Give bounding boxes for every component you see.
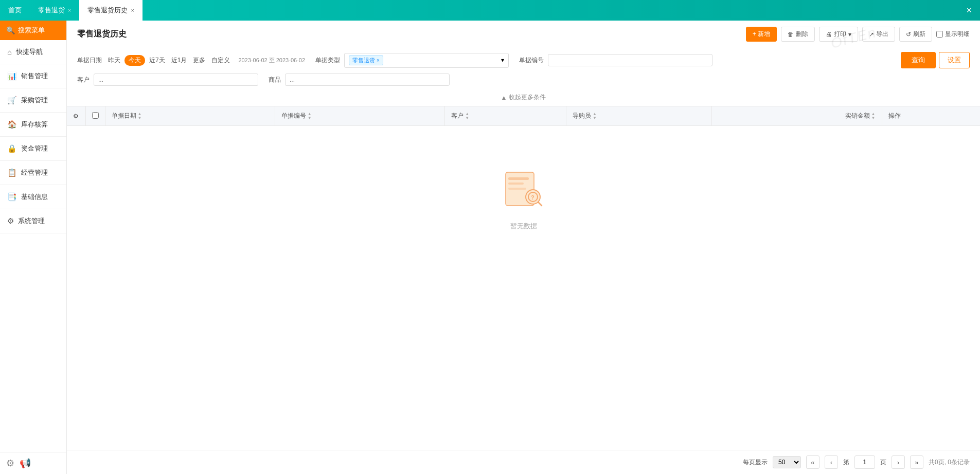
select-all-checkbox[interactable] [92, 112, 99, 119]
th-customer[interactable]: 客户 ▲▼ [445, 106, 566, 126]
query-button[interactable]: 查询 [901, 52, 936, 68]
table-container: ⚙ 单据日期 ▲▼ 单据编号 [67, 106, 980, 450]
date-opt-yesterday[interactable]: 昨天 [106, 55, 122, 66]
doc-type-select[interactable]: 零售退货 × ▾ [344, 53, 509, 68]
sidebar-item-quick-nav[interactable]: ⌂ 快捷导航 [0, 40, 66, 64]
doc-type-filter-group: 单据类型 零售退货 × ▾ [315, 53, 509, 68]
date-opt-more[interactable]: 更多 [191, 55, 207, 66]
doc-number-filter-group: 单据编号 [519, 54, 712, 66]
first-page-button[interactable]: « [806, 455, 819, 469]
svg-rect-2 [508, 183, 524, 185]
sidebar-item-sales-mgmt[interactable]: 📊 销售管理 [0, 64, 66, 88]
th-actual-amount[interactable]: 实销金额 ▲▼ [712, 106, 882, 126]
th-actions: 操作 [882, 106, 980, 126]
print-icon: 🖨 [826, 31, 832, 38]
sidebar-item-purchase-label: 采购管理 [21, 96, 48, 105]
sidebar-item-finance-label: 资金管理 [21, 144, 48, 153]
tab-retail-return-history-label: 零售退货历史 [87, 6, 128, 15]
tab-retail-return-history-close[interactable]: × [131, 7, 134, 13]
tab-home[interactable]: 首页 [0, 0, 30, 21]
doc-type-dropdown-icon: ▾ [501, 57, 504, 64]
next-page-button[interactable]: › [892, 455, 905, 469]
sort-arrows-actual-amount: ▲▼ [871, 112, 876, 120]
doc-type-tag-text: 零售退货 [352, 57, 375, 64]
date-filter-group: 单据日期 昨天 今天 近7天 近1月 更多 自定义 2023-06-02 至 2… [77, 55, 305, 66]
date-options: 昨天 今天 近7天 近1月 更多 自定义 [106, 55, 232, 66]
window-close-button[interactable]: × [958, 5, 980, 16]
settings-button[interactable]: 设置 [939, 52, 970, 68]
date-range-display: 2023-06-02 至 2023-06-02 [238, 57, 305, 64]
filter-row-1: 单据日期 昨天 今天 近7天 近1月 更多 自定义 2023-06-02 至 2… [77, 52, 970, 68]
th-guide-label: 导购员 [573, 112, 591, 120]
content-area: 零售退货历史 + 新增 🗑 删除 🖨 打印 ▾ ↗ 导出 [67, 21, 980, 474]
table-header: ⚙ 单据日期 ▲▼ 单据编号 [67, 106, 980, 126]
operations-icon: 📋 [7, 168, 17, 177]
sidebar-item-base-info[interactable]: 📑 基础信息 [0, 185, 66, 209]
refresh-icon: ↺ [906, 31, 911, 38]
prev-page-button[interactable]: ‹ [825, 455, 838, 469]
th-guide-sort: 导购员 ▲▼ [573, 112, 597, 120]
collapse-button[interactable]: ▲ 收起更多条件 [501, 93, 546, 102]
th-customer-label: 客户 [451, 112, 464, 120]
page-header: 零售退货历史 + 新增 🗑 删除 🖨 打印 ▾ ↗ 导出 [67, 21, 980, 106]
export-button[interactable]: ↗ 导出 [862, 27, 895, 42]
sidebar-item-sys-mgmt[interactable]: ⚙ 系统管理 [0, 209, 66, 233]
th-actual-amount-label: 实销金额 [845, 112, 870, 120]
doc-type-tag-close[interactable]: × [377, 58, 380, 63]
refresh-button[interactable]: ↺ 刷新 [899, 27, 932, 42]
total-records: 0条记录 [948, 459, 970, 466]
sidebar-item-sys-label: 系统管理 [18, 216, 45, 226]
new-button[interactable]: + 新增 [746, 27, 777, 42]
settings-gear-icon[interactable]: ⚙ [6, 458, 14, 469]
sidebar-search[interactable]: 🔍 搜索菜单 [0, 21, 66, 40]
sidebar-item-operations[interactable]: 📋 经营管理 [0, 161, 66, 185]
th-doc-date[interactable]: 单据日期 ▲▼ [105, 106, 275, 126]
export-icon: ↗ [869, 31, 874, 38]
sort-arrows-guide: ▲▼ [593, 112, 597, 120]
tab-retail-return-close[interactable]: × [68, 7, 71, 13]
th-settings[interactable]: ⚙ [67, 106, 85, 126]
sidebar-item-inventory[interactable]: 🏠 库存核算 [0, 113, 66, 137]
date-opt-1month[interactable]: 近1月 [169, 55, 189, 66]
svg-line-6 [538, 202, 542, 206]
print-button[interactable]: 🖨 打印 ▾ [819, 27, 858, 42]
delete-button[interactable]: 🗑 删除 [781, 27, 815, 42]
last-page-button[interactable]: » [910, 455, 923, 469]
tab-retail-return[interactable]: 零售退货 × [30, 0, 79, 21]
sidebar-item-purchase-mgmt[interactable]: 🛒 采购管理 [0, 88, 66, 113]
customer-input[interactable] [94, 74, 258, 86]
column-settings-icon[interactable]: ⚙ [73, 113, 79, 120]
refresh-label: 刷新 [913, 30, 925, 39]
page-number-input[interactable] [854, 455, 875, 469]
sidebar-item-quick-nav-label: 快捷导航 [16, 47, 43, 57]
sys-icon: ⚙ [7, 216, 14, 226]
th-guide[interactable]: 导购员 ▲▼ [566, 106, 712, 126]
page-size-select[interactable]: 50 100 200 [773, 456, 801, 468]
print-dropdown-icon: ▾ [848, 31, 851, 38]
th-doc-number[interactable]: 单据编号 ▲▼ [275, 106, 444, 126]
home-icon: ⌂ [7, 48, 12, 57]
show-details-checkbox[interactable] [936, 31, 943, 38]
sort-arrows-doc-number: ▲▼ [308, 112, 312, 120]
th-actual-amount-sort: 实销金额 ▲▼ [845, 112, 876, 120]
collapse-up-icon: ▲ [501, 94, 507, 101]
doc-number-label: 单据编号 [519, 56, 544, 65]
date-opt-custom[interactable]: 自定义 [209, 55, 232, 66]
date-opt-7days[interactable]: 近7天 [147, 55, 167, 66]
tab-home-label: 首页 [8, 6, 22, 15]
svg-rect-1 [508, 177, 529, 180]
doc-number-input[interactable] [548, 54, 712, 66]
toolbar: + 新增 🗑 删除 🖨 打印 ▾ ↗ 导出 ↺ [746, 27, 970, 42]
th-checkbox[interactable] [85, 106, 105, 126]
goods-input[interactable] [285, 74, 450, 86]
sidebar-item-sales-label: 销售管理 [21, 71, 48, 81]
sidebar-item-finance[interactable]: 🔒 资金管理 [0, 137, 66, 161]
date-opt-today[interactable]: 今天 [124, 55, 145, 66]
speaker-icon[interactable]: 📢 [20, 458, 31, 469]
th-doc-date-sort: 单据日期 ▲▼ [112, 112, 142, 120]
show-details-checkbox-label[interactable]: 显示明细 [936, 30, 970, 39]
tab-retail-return-history[interactable]: 零售退货历史 × [79, 0, 142, 21]
customer-label: 客户 [77, 76, 90, 84]
svg-rect-3 [508, 188, 526, 190]
page-title-row: 零售退货历史 + 新增 🗑 删除 🖨 打印 ▾ ↗ 导出 [77, 27, 970, 42]
